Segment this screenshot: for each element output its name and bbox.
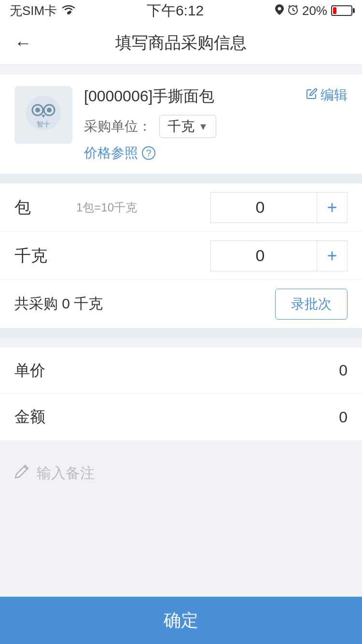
edit-icon — [306, 87, 318, 103]
section-separator-2 — [0, 328, 362, 338]
battery-percentage: 20% — [302, 3, 327, 18]
price-ref-label: 价格参照 — [84, 144, 138, 162]
unit-price-row: 单价 0 — [0, 348, 362, 394]
edit-link[interactable]: 编辑 — [306, 86, 348, 104]
bao-sublabel: 1包=10千克 — [76, 200, 137, 215]
price-ref-help-icon: ? — [142, 146, 155, 160]
notes-section[interactable]: 输入备注 — [0, 450, 362, 497]
section-separator-1 — [0, 174, 362, 183]
unit-price-value: 0 — [339, 362, 348, 379]
carrier-text: 无SIM卡 — [10, 2, 57, 19]
page-title: 填写商品采购信息 — [115, 32, 247, 54]
bao-input-wrap: + — [210, 192, 348, 223]
amount-value: 0 — [339, 408, 348, 426]
unit-price-label: 单价 — [14, 360, 45, 381]
summary-row: 共采购 0 千克 录批次 — [0, 280, 362, 328]
product-thumb-logo: 智十 — [24, 94, 63, 136]
pencil-icon — [14, 464, 29, 482]
bao-plus-button[interactable]: + — [317, 192, 348, 223]
bao-quantity-input[interactable] — [210, 192, 317, 223]
bao-input-row: 包 1包=10千克 + — [0, 183, 362, 232]
status-right: 20% — [275, 3, 352, 18]
product-card: 智十 [0000006]手撕面包 采购单位： 千克 ▼ 价格参照 ? 编辑 — [0, 74, 362, 174]
price-section: 单价 0 金额 0 — [0, 348, 362, 440]
svg-point-8 — [35, 108, 40, 112]
kg-label: 千克 — [14, 245, 72, 267]
svg-line-4 — [293, 10, 295, 11]
edit-label: 编辑 — [320, 86, 348, 104]
status-bar: 无SIM卡 下午6:12 20% — [0, 0, 362, 21]
unit-label: 采购单位： — [84, 117, 152, 136]
unit-select[interactable]: 千克 ▼ — [159, 115, 216, 138]
back-button[interactable]: ← — [14, 33, 32, 53]
bao-label: 包 — [14, 196, 72, 219]
battery-icon — [331, 5, 352, 16]
wifi-icon — [62, 3, 75, 18]
kg-plus-button[interactable]: + — [317, 240, 348, 271]
kg-input-wrap: + — [210, 240, 348, 271]
status-time: 下午6:12 — [147, 1, 204, 21]
kg-input-row: 千克 + — [0, 232, 362, 280]
confirm-button-label: 确定 — [164, 609, 198, 632]
svg-point-0 — [67, 12, 70, 14]
svg-text:智十: 智十 — [37, 120, 50, 128]
input-section: 包 1包=10千克 + 千克 + 共采购 0 千克 录批次 — [0, 183, 362, 328]
nav-bar: ← 填写商品采购信息 — [0, 21, 362, 65]
unit-dropdown-arrow: ▼ — [198, 121, 208, 132]
svg-point-9 — [47, 108, 52, 112]
notes-placeholder: 输入备注 — [37, 463, 95, 483]
location-icon — [275, 3, 284, 18]
svg-point-1 — [278, 7, 281, 10]
unit-row: 采购单位： 千克 ▼ — [84, 115, 348, 138]
amount-row: 金额 0 — [0, 394, 362, 440]
product-thumbnail: 智十 — [14, 86, 72, 144]
batch-button[interactable]: 录批次 — [275, 289, 348, 320]
summary-text: 共采购 0 千克 — [14, 294, 103, 314]
confirm-button[interactable]: 确定 — [0, 597, 362, 644]
kg-quantity-input[interactable] — [210, 240, 317, 271]
unit-value: 千克 — [167, 117, 195, 136]
status-left: 无SIM卡 — [10, 2, 75, 19]
alarm-icon — [288, 3, 298, 18]
price-reference-link[interactable]: 价格参照 ? — [84, 144, 348, 162]
amount-label: 金额 — [14, 406, 45, 428]
